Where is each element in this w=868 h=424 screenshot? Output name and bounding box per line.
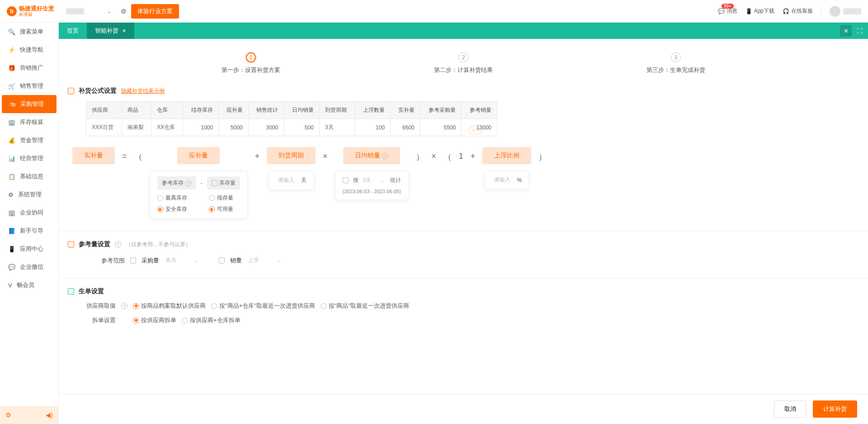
sidebar-item-6[interactable]: 💰资金管理 [0,131,58,149]
sidebar-label: 经营管理 [20,154,43,162]
help-icon[interactable]: ? [115,241,121,248]
app-download-link[interactable]: 📱 App下载 [745,7,774,15]
days-value[interactable]: 3天 [363,176,372,184]
phone-icon: 📱 [745,8,752,14]
sidebar-item-13[interactable]: 💬企业微信 [0,258,58,276]
max-stock-radio[interactable]: 最高库存 [157,194,187,202]
ref-stock-seg[interactable]: 参考库存 ? [157,176,196,190]
sidebar-icon: 💬 [8,264,15,271]
table-header: 商品 [122,102,151,119]
tab-close-all-button[interactable]: ✕ [840,25,852,37]
user-avatar[interactable] [830,6,840,17]
by-checkbox[interactable] [343,177,349,183]
help-icon[interactable]: ? [121,303,127,309]
purchase-select[interactable]: 本月⌄ [165,255,199,266]
reference-section: ⬚ 参考量设置 ? （仅参考用，不参与运算） 参考范围 采购量 本月⌄ 销量 上… [68,240,859,266]
help-icon[interactable]: ? [185,180,192,186]
sidebar-item-8[interactable]: 📋基础信息 [0,167,58,186]
ratio-input[interactable] [492,176,512,183]
sidebar-item-14[interactable]: V畅会员 [0,276,58,294]
split-opt-1[interactable]: 按供应商+仓库拆单 [182,316,241,324]
logo-text: 畅捷通好生意 [19,5,54,11]
sidebar-label: 企业协同 [20,209,43,217]
sidebar-item-1[interactable]: ⚡快捷导航 [0,41,58,59]
current-radio[interactable]: 现存量 [209,194,233,202]
sidebar-item-5[interactable]: 🏢库存核算 [0,113,58,131]
scope-label: 参考范围 [86,257,125,265]
online-service-link[interactable]: 🎧 在线客服 [783,7,813,15]
sidebar-icon: 📋 [8,173,15,180]
purchase-checkbox[interactable] [130,257,136,263]
help-icon[interactable]: ? [382,153,388,159]
sidebar-item-9[interactable]: ⚙系统管理 [0,186,58,204]
sidebar-item-7[interactable]: 📊经营管理 [0,149,58,167]
cancel-button[interactable]: 取消 [774,400,807,418]
split-label: 拆单设置 [77,316,116,324]
sidebar-footer: ⚙ ◀) [0,406,58,424]
table-cell: 5500 [420,119,462,136]
table-cell: 13000 [462,119,497,136]
submit-button[interactable]: 计算补货 [813,400,857,418]
minus: - [201,180,203,186]
sidebar-item-4[interactable]: 🛍采购管理 [2,95,57,113]
sidebar-item-10[interactable]: 🏢企业协同 [0,204,58,222]
step-2: 2 第二步：计算补货结果 [434,52,493,74]
logo: b 畅捷通好生意 标准版 [7,5,59,17]
lparen: （ [134,147,142,162]
tab-home[interactable]: 首页 [59,23,87,39]
chevron-down-icon: ⌄ [194,258,198,263]
table-header: 仓库 [151,102,183,119]
sidebar-item-3[interactable]: 🛒销售管理 [0,77,58,95]
split-opt-0[interactable]: 按供应商拆单 [133,316,176,324]
table-header: 销售统计 [248,102,284,119]
days-input[interactable] [276,177,297,184]
stock-seg[interactable]: 库存量 [207,176,240,190]
sales-checkbox[interactable] [219,257,225,263]
close-icon[interactable]: ✕ [122,28,126,34]
step-indicator: 1 第一步：设置补货方案 2 第二步：计算补货结果 3 第三步：生单完成补货 [68,52,859,74]
sidebar-item-2[interactable]: 🎁营销推广 [0,59,58,77]
sidebar-icon: 🎁 [8,65,15,71]
supplier-opt-2[interactable]: 按"商品"取最近一次进货供应商 [321,302,409,310]
user-name-blur [843,8,861,14]
table-header: 应补量 [218,102,248,119]
ratio-unit: % [517,177,522,183]
by-label: 按 [353,176,359,184]
one: 1 [459,147,463,161]
table-header: 上浮数量 [355,102,391,119]
sidebar-item-12[interactable]: 📱应用中心 [0,240,58,258]
supplier-opt-0[interactable]: 按商品档案取默认供应商 [133,302,206,310]
gear-icon[interactable]: ⚙ [121,8,127,15]
tab-bar: 首页 智能补货 ✕ ✕ ⛶ [59,23,868,39]
org-selector[interactable]: ⌄ [63,8,112,14]
purchase-label: 采购量 [142,257,159,265]
mul1: × [323,147,328,161]
sidebar-label: 基础信息 [20,172,43,181]
stock-checkbox[interactable] [212,180,217,186]
trial-button[interactable]: 体验行业方案 [131,4,179,19]
sidebar-item-11[interactable]: 📘新手引导 [0,222,58,240]
collapse-icon[interactable]: ◀) [46,411,53,419]
avail-radio[interactable]: 可用量 [209,205,233,213]
messages-link[interactable]: 💬 消息 99+ [718,7,737,15]
chevron-down-icon: ⌄ [107,8,112,14]
equals: = [122,147,127,161]
settings-icon[interactable]: ⚙ [5,411,11,419]
sidebar-icon: 🛒 [8,83,15,90]
section-marker-icon: ⬚ [68,88,74,94]
toggle-example-link[interactable]: 隐藏补货结果示例 [121,87,165,95]
days-unit: 天 [301,176,307,184]
ref-stock-card: 参考库存 ? - 库存量 最高库存 安全库存 [150,171,248,219]
chevron-down-icon[interactable]: ⌄ [380,178,384,183]
supplier-opt-1[interactable]: 按"商品+仓库"取最近一次进货供应商 [211,302,315,310]
divider [59,231,868,231]
fullscreen-button[interactable]: ⛶ [854,25,865,37]
sidebar-label: 库存核算 [20,118,43,126]
sidebar-item-0[interactable]: 🔍搜索菜单 [0,23,58,41]
safe-stock-radio[interactable]: 安全库存 [157,205,187,213]
app-label: App下载 [754,7,774,15]
sidebar-label: 快捷导航 [20,46,43,54]
sales-select[interactable]: 上手⌄ [247,255,282,266]
table-header: 实补量 [391,102,420,119]
tab-restock[interactable]: 智能补货 ✕ [87,23,134,39]
